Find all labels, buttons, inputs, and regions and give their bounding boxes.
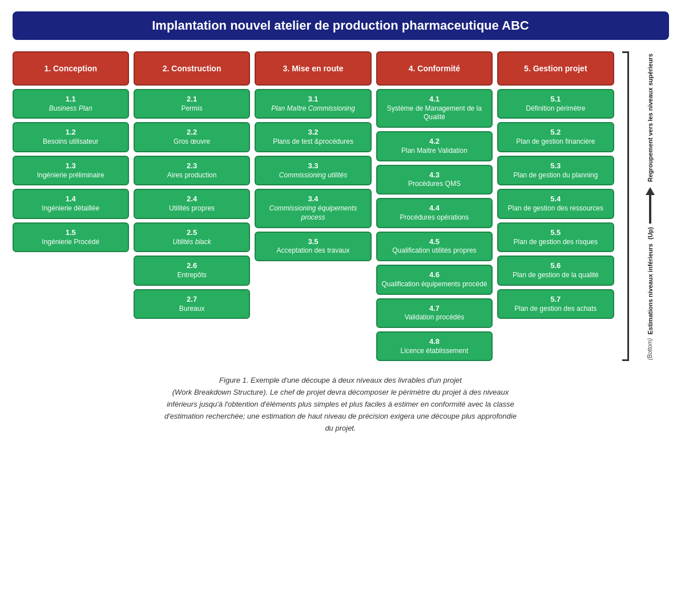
item-2.1: 2.1Permis [134, 89, 250, 119]
item-1.3: 1.3Ingénierie préliminaire [13, 156, 129, 185]
figure-caption: Figure 1. Exemple d'une découpe à deux n… [84, 375, 598, 434]
page-container: Implantation nouvel atelier de productio… [13, 11, 669, 434]
item-4.6: 4.6Qualification équipements procédé [376, 265, 493, 294]
item-5.5: 5.5Plan de gestion des risques [497, 222, 614, 252]
arrow-up-head [646, 187, 655, 195]
label-up: (Up) [647, 226, 654, 241]
col-header-col5: 5. Gestion projet [497, 51, 614, 86]
item-3.4: 3.4Commissioning équipements process [255, 189, 371, 228]
item-4.8: 4.8Licence établissement [376, 331, 493, 361]
item-4.2: 4.2Plan Maitre Validation [376, 131, 493, 161]
caption-text: Figure 1. Exemple d'une découpe à deux n… [164, 376, 517, 432]
item-3.3: 3.3Commissioning utilités [255, 156, 371, 185]
bracket [620, 51, 629, 361]
item-4.5: 4.5Qualification utilités propres [376, 232, 493, 261]
diagram-columns: 1. Conception1.1Business Plan1.2Besoins … [13, 51, 614, 361]
column-col1: 1. Conception1.1Business Plan1.2Besoins … [13, 51, 129, 361]
column-col2: 2. Construction2.1Permis2.2Gros œuvre2.3… [134, 51, 250, 361]
item-2.3: 2.3Aires production [134, 156, 250, 185]
item-2.5: 2.5Utilités black [134, 222, 250, 252]
item-5.6: 5.6Plan de gestion de la qualité [497, 256, 614, 285]
main-title: Implantation nouvel atelier de productio… [13, 11, 669, 40]
item-4.7: 4.7Validation procédés [376, 298, 493, 328]
item-3.2: 3.2Plans de test &procédures [255, 122, 371, 152]
item-1.1: 1.1Business Plan [13, 89, 129, 119]
item-4.4: 4.4Procédures opérations [376, 198, 493, 228]
column-col5: 5. Gestion projet5.1Définition périmètre… [497, 51, 614, 361]
right-side: Regroupement vers les niveaux supérieurs… [620, 51, 669, 361]
item-4.3: 4.3Procédures QMS [376, 165, 493, 194]
item-2.2: 2.2Gros œuvre [134, 122, 250, 152]
col-header-col1: 1. Conception [13, 51, 129, 86]
item-2.7: 2.7Bureaux [134, 289, 250, 319]
item-5.7: 5.7Plan de gestion des achats [497, 289, 614, 319]
col-header-col2: 2. Construction [134, 51, 250, 86]
item-3.1: 3.1Plan Maître Commissioning [255, 89, 371, 119]
label-bottom: Estimations niveaux inférieurs [647, 241, 654, 337]
item-4.1: 4.1Système de Management de la Qualité [376, 89, 493, 128]
item-5.1: 5.1Définition périmètre [497, 89, 614, 119]
col-header-col3: 3. Mise en route [255, 51, 371, 86]
column-col3: 3. Mise en route3.1Plan Maître Commissio… [255, 51, 371, 361]
item-1.4: 1.4Ingénierie détaillée [13, 189, 129, 218]
item-2.6: 2.6Entrepôts [134, 256, 250, 285]
item-2.4: 2.4Utilités propres [134, 189, 250, 218]
item-5.3: 5.3Plan de gestion du planning [497, 156, 614, 185]
column-col4: 4. Conformité4.1Système de Management de… [376, 51, 493, 361]
item-3.5: 3.5Acceptation des travaux [255, 232, 371, 261]
col-header-col4: 4. Conformité [376, 51, 493, 86]
arrow-up-line [649, 195, 651, 224]
item-5.4: 5.4Plan de gestion des ressources [497, 189, 614, 218]
right-labels: Regroupement vers les niveaux supérieurs… [629, 51, 669, 361]
label-bottom-italic: (Bottom) [647, 337, 653, 361]
item-1.2: 1.2Besoins utilisateur [13, 122, 129, 152]
item-5.2: 5.2Plan de gestion financière [497, 122, 614, 152]
item-1.5: 1.5Ingénierie Procédé [13, 222, 129, 252]
label-top: Regroupement vers les niveaux supérieurs [647, 51, 654, 184]
